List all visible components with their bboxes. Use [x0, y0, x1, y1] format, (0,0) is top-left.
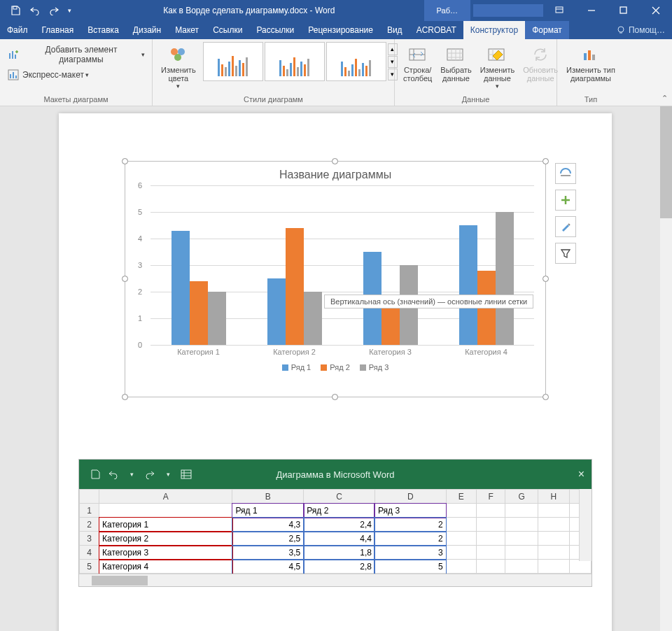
- chart-legend[interactable]: Ряд 1Ряд 2Ряд 3: [125, 356, 545, 371]
- cell[interactable]: 2,8: [304, 560, 375, 574]
- chart-object[interactable]: Название диаграммы 0123456 Категория 1Ка…: [125, 161, 546, 397]
- cell[interactable]: [476, 560, 505, 574]
- edit-data-button[interactable]: Изменить данные▾: [476, 42, 519, 91]
- style-thumb[interactable]: [203, 42, 263, 81]
- change-chart-type-button[interactable]: Изменить тип диаграммы: [562, 42, 620, 84]
- col-header[interactable]: A: [99, 490, 232, 504]
- cell[interactable]: [538, 504, 569, 518]
- cell[interactable]: [538, 518, 569, 532]
- chart-styles-icon[interactable]: [555, 216, 576, 237]
- cell[interactable]: 2,5: [232, 532, 304, 546]
- cell[interactable]: [476, 546, 505, 560]
- cell[interactable]: [99, 504, 232, 518]
- resize-handle[interactable]: [122, 158, 128, 164]
- cell[interactable]: [446, 518, 476, 532]
- tell-me[interactable]: Помощ…: [609, 21, 672, 39]
- cell[interactable]: [446, 560, 476, 574]
- tab-file[interactable]: Файл: [0, 21, 35, 39]
- minimize-icon[interactable]: [575, 0, 608, 21]
- cell[interactable]: [505, 532, 538, 546]
- cell[interactable]: Категория 2: [99, 532, 232, 546]
- chart-title[interactable]: Название диаграммы: [125, 162, 545, 185]
- bar[interactable]: [267, 278, 286, 345]
- col-header[interactable]: H: [538, 490, 569, 504]
- redo-dropdown-icon[interactable]: ▾: [159, 465, 177, 483]
- undo-icon[interactable]: [104, 465, 122, 483]
- cell[interactable]: 3: [374, 546, 446, 560]
- cell[interactable]: [505, 546, 538, 560]
- cell[interactable]: 2: [374, 532, 446, 546]
- cell[interactable]: 2: [374, 518, 446, 532]
- data-editor-titlebar[interactable]: ▾ ▾ Диаграмма в Microsoft Word ×: [79, 460, 592, 489]
- row-header[interactable]: 1: [80, 504, 99, 518]
- cell[interactable]: Ряд 1: [232, 504, 304, 518]
- chart-styles-gallery[interactable]: ▴ ▾ ▾: [203, 42, 398, 81]
- row-header[interactable]: 4: [80, 546, 99, 560]
- cell[interactable]: [569, 560, 591, 574]
- undo-icon[interactable]: [25, 0, 45, 21]
- select-data-button[interactable]: Выбрать данные: [436, 42, 475, 84]
- resize-handle[interactable]: [332, 158, 338, 164]
- cell[interactable]: Категория 1: [99, 518, 232, 532]
- cell[interactable]: [505, 560, 538, 574]
- vertical-scrollbar[interactable]: [660, 106, 672, 631]
- close-icon[interactable]: ×: [578, 468, 584, 481]
- tab-constructor[interactable]: Конструктор: [463, 21, 525, 39]
- cell[interactable]: [476, 504, 505, 518]
- resize-handle[interactable]: [332, 394, 338, 400]
- cell[interactable]: Категория 3: [99, 546, 232, 560]
- chart-elements-icon[interactable]: [555, 190, 576, 211]
- cell[interactable]: [476, 532, 505, 546]
- cell[interactable]: 5: [374, 560, 446, 574]
- bar[interactable]: [286, 228, 304, 345]
- ribbon-options-icon[interactable]: [543, 0, 575, 21]
- cell[interactable]: 3,5: [232, 546, 304, 560]
- bar[interactable]: [190, 281, 208, 345]
- col-header[interactable]: F: [476, 490, 505, 504]
- cell[interactable]: Ряд 3: [374, 504, 446, 518]
- cell[interactable]: 4,4: [304, 532, 375, 546]
- horizontal-scrollbar[interactable]: [79, 574, 592, 586]
- express-layout-button[interactable]: Экспресс-макет▾: [4, 67, 92, 83]
- cell[interactable]: [538, 560, 569, 574]
- cell[interactable]: 2,4: [304, 518, 375, 532]
- qat-dropdown-icon[interactable]: ▾: [64, 0, 74, 21]
- row-header[interactable]: 2: [80, 518, 99, 532]
- switch-row-col-button[interactable]: Строка/ столбец: [399, 42, 436, 84]
- cell[interactable]: 4,3: [232, 518, 304, 532]
- legend-item[interactable]: Ряд 2: [321, 363, 350, 371]
- cell[interactable]: Ряд 2: [304, 504, 375, 518]
- tab-insert[interactable]: Вставка: [80, 21, 126, 39]
- style-thumb[interactable]: [265, 42, 325, 81]
- row-header[interactable]: 3: [80, 532, 99, 546]
- resize-handle[interactable]: [542, 394, 549, 400]
- resize-handle[interactable]: [122, 394, 128, 400]
- tab-view[interactable]: Вид: [380, 21, 410, 39]
- tab-format[interactable]: Формат: [525, 21, 569, 39]
- style-thumb[interactable]: [326, 42, 386, 81]
- chart-layout-options-icon[interactable]: [555, 163, 576, 184]
- cell[interactable]: [446, 532, 476, 546]
- resize-handle[interactable]: [122, 276, 128, 282]
- bar[interactable]: [304, 292, 322, 345]
- legend-item[interactable]: Ряд 1: [282, 363, 312, 371]
- cell[interactable]: [446, 546, 476, 560]
- tab-review[interactable]: Рецензирование: [301, 21, 380, 39]
- col-header[interactable]: B: [232, 490, 304, 504]
- resize-handle[interactable]: [542, 158, 549, 164]
- bar[interactable]: [208, 292, 226, 345]
- add-chart-element-button[interactable]: Добавить элемент диаграммы▾: [4, 43, 148, 66]
- undo-dropdown-icon[interactable]: ▾: [122, 465, 141, 483]
- cell[interactable]: [538, 546, 569, 560]
- tab-design[interactable]: Дизайн: [126, 21, 168, 39]
- maximize-icon[interactable]: [608, 0, 640, 21]
- cell[interactable]: 4,5: [232, 560, 304, 574]
- data-grid[interactable]: ABCDEFGHI1Ряд 1Ряд 2Ряд 32Категория 14,3…: [79, 489, 592, 574]
- vertical-scrollbar[interactable]: [579, 489, 592, 561]
- col-header[interactable]: D: [374, 490, 446, 504]
- bar[interactable]: [496, 212, 514, 345]
- bar[interactable]: [459, 225, 477, 345]
- tab-mailings[interactable]: Рассылки: [249, 21, 301, 39]
- tab-layout[interactable]: Макет: [168, 21, 206, 39]
- redo-icon[interactable]: [45, 0, 64, 21]
